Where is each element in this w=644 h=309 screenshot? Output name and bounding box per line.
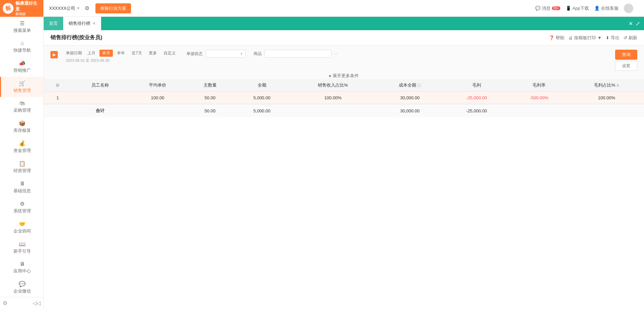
sidebar-item-system[interactable]: ⚙ 系统管理 (0, 197, 43, 217)
sidebar-item-purchase[interactable]: 🛍 采购管理 (0, 97, 43, 117)
th-avg-price: 平均单价 (129, 79, 186, 92)
footer-gross: -25,000.00 (444, 104, 509, 117)
sidebar-item-search[interactable]: ☰ 搜索菜单 (0, 17, 43, 37)
date-option-custom[interactable]: 自定义 (161, 50, 178, 57)
sidebar-item-quicknav[interactable]: ⌂ 快捷导航 (0, 37, 43, 57)
date-filter-label: 单据日期 (66, 50, 82, 56)
date-option-more[interactable]: 更多 (146, 50, 160, 57)
sidebar-item-sales[interactable]: 🛒 销售管理 (0, 77, 43, 97)
td-gross-rate: -500.00% (509, 92, 569, 104)
sidebar-item-wechat[interactable]: 💬 企业微信 (0, 277, 43, 297)
settings-gear-icon[interactable]: ⚙ (3, 300, 7, 306)
message-icon: 💬 (535, 6, 541, 11)
sidebar-item-appcenter[interactable]: 🖥 应用中心 (0, 258, 43, 277)
status-select[interactable] (205, 50, 246, 58)
td-cost: 30,000.00 (376, 92, 444, 104)
tab-expand-btn[interactable]: ⤢ (636, 20, 640, 27)
date-option-lastmonth[interactable]: 上月 (85, 50, 98, 57)
footer-settings (44, 104, 72, 117)
td-gross-pct: 100.00% (569, 92, 644, 104)
query-section: 查询 设置 (615, 50, 637, 71)
tab-home[interactable]: 首页 (44, 17, 63, 30)
query-btn[interactable]: 查询 (615, 50, 637, 60)
date-option-7days[interactable]: 近7天 (129, 50, 145, 57)
search-menu-icon: ☰ (20, 20, 25, 27)
status-filter-label: 单据状态 (186, 51, 203, 57)
topbar-actions: 💬 消息 99+ 📱 App下载 👤 在线客服 (535, 4, 639, 13)
user-avatar[interactable] (624, 4, 633, 13)
print-icon: 🖨 (568, 35, 573, 40)
th-amount: 全额 (234, 79, 290, 92)
print-dropdown-icon: ▼ (597, 35, 602, 40)
goods-filter-group: 商品 ··· (254, 50, 338, 58)
sidebar-item-management[interactable]: 📋 经营管理 (0, 157, 43, 177)
th-settings[interactable]: ⚙ (44, 79, 72, 92)
td-amount: 5,000.00 (234, 92, 290, 104)
topbar: XXXXXX公司 ▼ ⚙ 体验行业方案 💬 消息 99+ 📱 App下载 👤 在… (44, 0, 644, 17)
date-option-thismonth[interactable]: 本月 (99, 50, 113, 57)
date-option-thisyear[interactable]: 本年 (114, 50, 128, 57)
th-gross-pct: 毛利占比% ⇅ (569, 79, 644, 92)
footer-avg-price (129, 104, 186, 117)
sidebar-item-enterprise[interactable]: 🤝 企业协同 (0, 217, 43, 238)
th-gross-rate: 毛利率 (509, 79, 569, 92)
td-gross: -25,000.00 (444, 92, 509, 104)
tab-close-window-btn[interactable]: ✕ (629, 20, 633, 27)
sales-icon: 🛒 (19, 80, 26, 87)
app-download-action[interactable]: 📱 App下载 (566, 5, 589, 11)
goods-filter-label: 商品 (254, 51, 262, 57)
th-cost: 成本全额 ⓘ (376, 79, 444, 92)
sidebar-nav: ☰ 搜索菜单 ⌂ 快捷导航 📣 营销推广 🛒 销售管理 🛍 采购管理 📦 库存核… (0, 17, 43, 297)
th-sales-pct: 销售收入占比% (290, 79, 376, 92)
sidebar-bottom: ⚙ ◁◁ (0, 297, 43, 309)
setting-btn[interactable]: 设置 (615, 61, 637, 71)
goods-input[interactable] (264, 50, 332, 58)
collapse-sidebar-icon[interactable]: ◁◁ (33, 300, 41, 306)
goods-more-icon[interactable]: ··· (334, 51, 338, 56)
date-options: 上月 本月 本年 近7天 更多 自定义 (85, 50, 178, 57)
sidebar-item-inventory[interactable]: 📦 库存核算 (0, 117, 43, 137)
footer-qty: 50.00 (186, 104, 233, 117)
sidebar-item-marketing[interactable]: 📣 营销推广 (0, 57, 43, 77)
expand-more-btn[interactable]: ▾ 展开更多条件 (329, 73, 359, 79)
trial-btn[interactable]: 体验行业方案 (95, 3, 131, 13)
content-area: 销售排行榜(按业务员) ❓ 帮助 🖨 按模板打印 ▼ ⬇ 导出 (44, 30, 644, 309)
sidebar-item-basics[interactable]: Ⅲ 基础信息 (0, 177, 43, 197)
page-title: 销售排行榜(按业务员) (50, 34, 102, 41)
home-icon: ⌂ (20, 40, 24, 46)
td-qty: 50.00 (186, 92, 233, 104)
th-gross: 毛利 (444, 79, 509, 92)
help-icon: ❓ (549, 35, 554, 40)
sidebar-item-newguide[interactable]: 📖 新手引导 (0, 238, 43, 258)
filter-section: ▶ 单据日期 上月 本月 本年 近7天 更多 自定义 (44, 46, 644, 79)
th-employee: 员工名称 (72, 79, 129, 92)
page-header-actions: ❓ 帮助 🖨 按模板打印 ▼ ⬇ 导出 ↺ 刷新 (549, 35, 637, 41)
inventory-icon: 📦 (19, 120, 26, 126)
td-rank: 1 (44, 92, 72, 104)
date-range-display: 2023-06-01 至 2023-06-30 (66, 58, 178, 63)
topbar-settings-icon[interactable]: ⚙ (85, 5, 89, 11)
purchase-icon: 🛍 (19, 100, 25, 106)
th-qty: 主数量 (186, 79, 233, 92)
enterprise-icon: 🤝 (19, 221, 26, 227)
message-action[interactable]: 💬 消息 99+ (535, 5, 560, 11)
td-sales-pct: 100.00% (290, 92, 376, 104)
online-service-action[interactable]: 👤 在线客服 (594, 5, 618, 11)
help-btn[interactable]: ❓ 帮助 (549, 35, 564, 41)
filter-collapse-btn[interactable]: ▶ (50, 50, 58, 58)
tab-close-icon[interactable]: ✕ (92, 21, 96, 26)
table-row: 1 100.00 50.00 5,000.00 100.00% 30,000.0… (44, 92, 644, 104)
company-selector[interactable]: XXXXXX公司 ▼ (49, 5, 80, 11)
expand-down-icon: ▾ (329, 73, 331, 79)
filter-row-main: ▶ 单据日期 上月 本月 本年 近7天 更多 自定义 (50, 50, 637, 71)
tab-sales-ranking[interactable]: 销售排行榜 ✕ (63, 17, 101, 30)
home-tab-label: 首页 (49, 20, 58, 27)
refresh-icon: ↺ (624, 35, 627, 40)
export-btn[interactable]: ⬇ 导出 (606, 35, 619, 41)
page-header: 销售排行榜(按业务员) ❓ 帮助 🖨 按模板打印 ▼ ⬇ 导出 (44, 30, 644, 46)
service-icon: 👤 (594, 6, 600, 11)
template-print-btn[interactable]: 🖨 按模板打印 ▼ (568, 35, 602, 41)
sidebar-item-finance[interactable]: 💰 资金管理 (0, 137, 43, 157)
td-avg-price: 100.00 (129, 92, 186, 104)
refresh-btn[interactable]: ↺ 刷新 (624, 35, 637, 41)
